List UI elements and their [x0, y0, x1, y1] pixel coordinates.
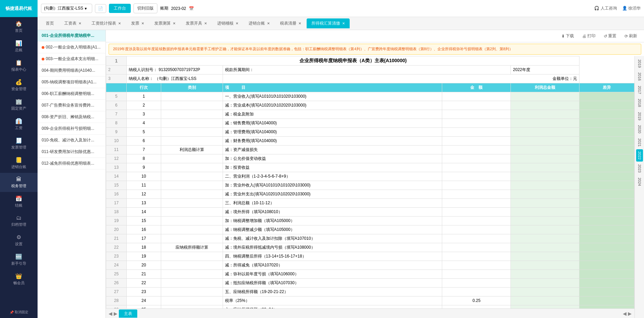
cell-amount[interactable]: [442, 110, 511, 119]
sidebar-item-archive[interactable]: 🗂 归档管理: [0, 211, 38, 231]
left-panel-item-008[interactable]: 008-资产折旧、摊销及纳税...: [38, 111, 106, 123]
cell-profit[interactable]: [511, 145, 579, 154]
sidebar-item-close-accounts[interactable]: 📅 结账: [0, 192, 38, 211]
scroll-down-arrow[interactable]: ▶: [628, 311, 632, 316]
cell-category[interactable]: [161, 207, 223, 216]
tab-home[interactable]: 首页: [41, 18, 59, 28]
cell-diff[interactable]: [579, 234, 634, 243]
left-panel-item-010[interactable]: 010-免税、减计收入及加计...: [38, 135, 106, 146]
cell-rownum[interactable]: 8: [127, 154, 161, 163]
cell-profit[interactable]: [511, 296, 579, 305]
left-panel-item-001[interactable]: 001-企业所得税年度纳税申...: [38, 30, 106, 42]
cell-diff[interactable]: [579, 207, 634, 216]
sidebar-item-payroll[interactable]: 👔 工资: [0, 114, 38, 134]
sidebar-item-ledger[interactable]: 📊 总账: [0, 37, 38, 56]
cell-rownum[interactable]: 9: [127, 163, 161, 172]
cell-item[interactable]: 加：纳税调整增加额（填写A105000）: [223, 216, 442, 225]
cell-item[interactable]: 六、应纳所得税额（23×24）: [223, 305, 442, 308]
cell-amount[interactable]: [442, 163, 511, 172]
cell-item[interactable]: 减：纳税调整减少额（填写A105000）: [223, 225, 442, 234]
reset-button[interactable]: ↺ 重置: [601, 32, 619, 40]
cell-amount[interactable]: [442, 92, 511, 101]
cell-rownum[interactable]: 5: [127, 127, 161, 136]
cell-rownum[interactable]: 6: [127, 136, 161, 145]
sidebar-item-funds[interactable]: 💰 资金管理: [0, 75, 38, 95]
year-item-2023[interactable]: 2023: [636, 162, 643, 175]
cell-amount[interactable]: [442, 145, 511, 154]
cell-amount[interactable]: [442, 136, 511, 145]
left-panel-item-011[interactable]: 011-研发费用加计扣除优惠...: [38, 146, 106, 158]
cell-diff[interactable]: [579, 278, 634, 287]
close-icon[interactable]: ✕: [236, 22, 238, 25]
cell-category[interactable]: [161, 127, 223, 136]
cell-rownum[interactable]: 21: [127, 269, 161, 278]
year-item-2019[interactable]: 2019: [636, 110, 643, 122]
cell-rownum[interactable]: 22: [127, 278, 161, 287]
cell-item[interactable]: 加：公允价值变动收益: [223, 154, 442, 163]
cell-category[interactable]: [161, 110, 223, 119]
cell-rownum[interactable]: 7: [127, 145, 161, 154]
cell-amount[interactable]: [442, 119, 511, 127]
cell-profit[interactable]: [511, 198, 579, 207]
cell-diff[interactable]: [579, 225, 634, 234]
cell-category[interactable]: [161, 119, 223, 127]
scroll-up-arrow[interactable]: ◀: [623, 311, 627, 316]
refresh-button[interactable]: ⟳ 刷新: [622, 32, 640, 40]
cell-diff[interactable]: [579, 216, 634, 225]
cell-profit[interactable]: [511, 136, 579, 145]
user-avatar[interactable]: 👤 徐滔华: [622, 5, 641, 11]
cell-amount[interactable]: [442, 172, 511, 181]
cell-amount[interactable]: [442, 287, 511, 296]
cell-amount[interactable]: [442, 261, 511, 269]
ai-consult[interactable]: 🎧 人工咨询: [594, 5, 617, 11]
left-panel-item-006[interactable]: 006-职工薪酬纳税调整明细...: [38, 88, 106, 100]
cell-profit[interactable]: [511, 287, 579, 296]
workbench-button[interactable]: 工作台: [109, 4, 131, 13]
cell-diff[interactable]: [579, 261, 634, 269]
cell-rownum[interactable]: 3: [127, 110, 161, 119]
sidebar-item-member[interactable]: 👑 畅会员: [0, 269, 38, 289]
left-panel-item-009[interactable]: 009-企业所得税补亏损明细...: [38, 123, 106, 135]
left-panel-item-003[interactable]: 003-一般企业成本支出明细...: [38, 53, 106, 65]
cell-amount[interactable]: [442, 207, 511, 216]
spreadsheet-container[interactable]: 1 企业所得税年度纳税申报表（A类）主表(A100000) 2 纳税人识别号： …: [106, 56, 634, 308]
sidebar-item-home[interactable]: 🏠 首页: [0, 17, 38, 37]
cell-category[interactable]: [161, 261, 223, 269]
left-panel-item-012[interactable]: 012-减免所得税优惠明细表...: [38, 158, 106, 169]
cell-category[interactable]: [161, 172, 223, 181]
cell-category[interactable]: 应纳税所得额计算: [161, 243, 223, 252]
cell-amount[interactable]: [442, 198, 511, 207]
cell-profit[interactable]: [511, 119, 579, 127]
year-item-2021[interactable]: 2021: [636, 136, 643, 149]
download-button[interactable]: ⬇ 下载: [559, 32, 577, 40]
cell-profit[interactable]: [511, 261, 579, 269]
cell-item[interactable]: 减：管理费用(填写A104000): [223, 127, 442, 136]
cell-rownum[interactable]: 13: [127, 198, 161, 207]
close-icon[interactable]: ✕: [141, 22, 144, 25]
cell-diff[interactable]: [579, 287, 634, 296]
cell-category[interactable]: [161, 296, 223, 305]
year-item-2016[interactable]: 2016: [636, 70, 643, 83]
calendar-icon[interactable]: 📅: [189, 6, 194, 11]
cell-item[interactable]: 减：资产减值损失: [223, 145, 442, 154]
cell-diff[interactable]: [579, 101, 634, 110]
cell-category[interactable]: [161, 198, 223, 207]
scroll-right-arrow[interactable]: ▶: [114, 311, 117, 316]
cell-profit[interactable]: [511, 305, 579, 308]
sidebar-item-purchase-sales[interactable]: 📒 进销台账: [0, 153, 38, 173]
cell-item[interactable]: 减：免税、减计收入及加计扣除（填写A107010）: [223, 234, 442, 243]
cell-category[interactable]: [161, 154, 223, 163]
cell-category[interactable]: [161, 234, 223, 243]
cell-amount[interactable]: [442, 127, 511, 136]
cell-item[interactable]: 加：投资收益: [223, 163, 442, 172]
cell-category[interactable]: [161, 92, 223, 101]
cell-diff[interactable]: [579, 252, 634, 261]
sidebar-item-assets[interactable]: 🏢 固定资产: [0, 95, 38, 114]
cell-diff[interactable]: [579, 172, 634, 181]
cell-item[interactable]: 四、纳税调整后所得（13-14+15-16-17+18）: [223, 252, 442, 261]
cell-amount[interactable]: 0.25: [442, 296, 511, 305]
cell-diff[interactable]: [579, 145, 634, 154]
cell-item[interactable]: 减：销售费用(填写A104000): [223, 119, 442, 127]
cell-diff[interactable]: [579, 296, 634, 305]
switch-version-button[interactable]: 切到旧版: [134, 3, 157, 13]
